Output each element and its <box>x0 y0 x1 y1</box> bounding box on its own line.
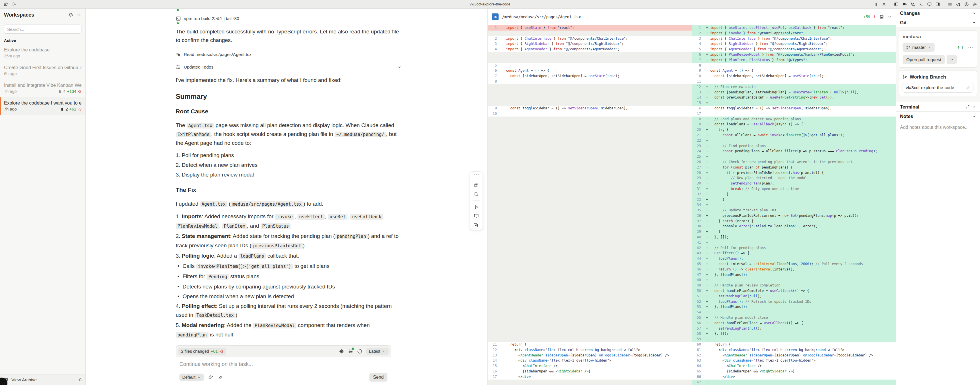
todo-status-dot <box>352 348 354 350</box>
search-input[interactable]: Search... <box>4 25 81 34</box>
caret-right-icon <box>972 11 976 15</box>
pencil-icon[interactable] <box>966 86 970 90</box>
notes-section-header[interactable]: Notes <box>896 112 980 121</box>
git-sidebar: Changes Git medusa master 1 <box>896 9 980 385</box>
terminal-section-header[interactable]: Terminal <box>896 102 980 112</box>
caret-down-icon <box>972 115 976 118</box>
copy-icon[interactable] <box>474 192 479 197</box>
files-changed-chip[interactable]: 2 files changed +61 -3 <box>178 348 226 355</box>
diff-row-left <box>488 283 692 288</box>
diff-row-left <box>488 90 692 95</box>
diff-file-path: /medusa/medusa/src/pages/Agent.tsx <box>502 14 864 19</box>
more-options-icon[interactable]: ⋯ <box>968 45 974 51</box>
file-icon <box>58 90 62 93</box>
plus-icon[interactable] <box>76 13 81 18</box>
hide-diff-icon[interactable] <box>474 183 479 188</box>
working-branch-value: vk/3ccf-explore-the-code <box>906 85 966 90</box>
pen-icon[interactable] <box>218 375 223 380</box>
pr-options-button[interactable] <box>947 55 957 64</box>
diff-row-right: 66 </div> <box>692 374 896 380</box>
latest-dropdown[interactable]: Latest <box>366 348 389 355</box>
diff-row-left <box>488 100 692 106</box>
chevron-down-icon[interactable] <box>888 14 892 19</box>
monitor-icon[interactable] <box>474 213 479 218</box>
diff-row-right: 50+ const handlePlanComplete = useCallba… <box>692 288 896 294</box>
diff-row-right: 56+ const handlePlanClose = useCallback(… <box>692 320 896 326</box>
terminal-icon[interactable] <box>919 2 923 6</box>
chat-bubble-icon[interactable] <box>902 2 907 6</box>
tool-call-row[interactable]: npm run build 2>&1 | tail -80 <box>176 16 401 21</box>
diff-row-left: 14 <div className="flex flex-1 overflow-… <box>488 358 692 363</box>
todos-icon <box>176 65 181 70</box>
paragraph: 3. Display the plan review modal <box>176 170 401 179</box>
spinner-icon <box>357 349 362 354</box>
diff-row-right: 67+ <box>692 380 896 385</box>
bullet-item: Detects new plans by comparing against p… <box>176 282 401 291</box>
workspace-item[interactable]: Create Good First Issues on Github So p6… <box>0 62 86 80</box>
branch-name: master <box>912 45 926 50</box>
diff-row-right: 36+ previousPlanIdsRef.current = new Set… <box>692 213 896 218</box>
paragraph: I've implemented the fix. Here's a summa… <box>176 76 401 84</box>
diff-row-right: 27+ for (const plan of pendingPlans) { <box>692 165 896 170</box>
repo-name: medusa <box>902 34 974 40</box>
diff-row-right: 51+ setPendingPlan(null); <box>692 294 896 299</box>
split-view-icon[interactable] <box>880 14 884 19</box>
diff-row-left <box>488 30 692 36</box>
workspace-item[interactable]: Explore the codebase I want you to exp7h… <box>0 97 86 115</box>
diff-row-left <box>488 250 692 256</box>
send-button[interactable]: Send <box>369 373 387 382</box>
expand-icon[interactable] <box>966 105 969 109</box>
diff-row-right: 6+import { PlanReviewModal } from "@/com… <box>692 52 896 57</box>
play-icon[interactable] <box>474 205 479 210</box>
workspace-item[interactable]: Explore the codebase35m ago <box>0 44 86 62</box>
removed-count: -3 <box>220 349 223 353</box>
view-archive-button[interactable]: View Archive 0 <box>0 374 86 385</box>
layers-icon[interactable] <box>68 13 73 18</box>
tool-call-row[interactable]: Updated Todos <box>176 65 401 70</box>
diff-row-left: 16 {sidebarOpen && <RightSidebar />} <box>488 369 692 374</box>
spark-icon[interactable] <box>339 349 344 354</box>
menu-icon[interactable] <box>948 2 952 6</box>
diff-row-right: 37+ } catch (error) { <box>692 218 896 224</box>
message-input[interactable]: Continue working on this task... <box>180 361 387 367</box>
chevron-down-icon[interactable] <box>397 65 401 69</box>
heading: Root Cause <box>176 108 401 115</box>
mode-dropdown[interactable]: Default <box>180 374 204 381</box>
git-section-header[interactable]: Git <box>896 18 980 27</box>
working-branch-input[interactable]: vk/3ccf-explore-the-code <box>902 83 974 92</box>
changes-section-header[interactable]: Changes <box>896 9 980 18</box>
heading: The Fix <box>176 186 401 193</box>
help-icon[interactable] <box>964 2 969 6</box>
pause-icon[interactable] <box>873 2 878 6</box>
paperclip-icon[interactable] <box>208 375 213 380</box>
git-compare-icon[interactable] <box>911 2 915 6</box>
gear-icon[interactable] <box>972 2 977 6</box>
diff-file-header[interactable]: TS /medusa/medusa/src/pages/Agent.tsx +5… <box>488 9 896 25</box>
chevrons-up-icon[interactable] <box>882 2 886 6</box>
monitor-icon[interactable] <box>927 2 932 6</box>
titlebar: vk/3ccf-explore-the-code <box>0 0 980 9</box>
drag-handle[interactable] <box>474 174 479 175</box>
diff-row-left <box>488 229 692 234</box>
diff-removed-count: -1 <box>872 14 875 19</box>
workspace-item[interactable]: Install and integrate Vibe Kanban Web (7… <box>0 80 86 97</box>
diff-row-left <box>488 208 692 213</box>
workspaces-sidebar: Workspaces Search... Active Explore the … <box>0 9 86 385</box>
panel-right-icon[interactable] <box>935 2 940 6</box>
paragraph: I updated Agent.tsx (medusa/src/pages/Ag… <box>176 200 401 208</box>
diff-row-right: 39+ } <box>692 229 896 234</box>
diff-row-left: 1-import { useState } from "react"; <box>488 25 692 30</box>
panel-left-icon[interactable] <box>894 2 899 6</box>
chevron-down-icon <box>197 375 201 379</box>
megaphone-icon[interactable] <box>956 2 961 6</box>
diff-row-left <box>488 310 692 315</box>
tool-call-row[interactable]: Read medusa/src/pages/Agent.tsx <box>176 52 401 57</box>
branch-selector[interactable]: master <box>902 43 935 52</box>
section-label-active: Active <box>0 36 86 44</box>
diff-left-column: 1-import { useState } from "react";2impo… <box>488 25 692 385</box>
open-pull-request-button[interactable]: Open pull request <box>902 55 945 64</box>
diff-row-right: 24+ const pendingPlans = allPlans.filter… <box>692 148 896 154</box>
notes-input[interactable]: Add notes about this workspace... <box>896 121 980 134</box>
diff-row-left <box>488 256 692 261</box>
git-compare-icon[interactable] <box>474 222 479 228</box>
